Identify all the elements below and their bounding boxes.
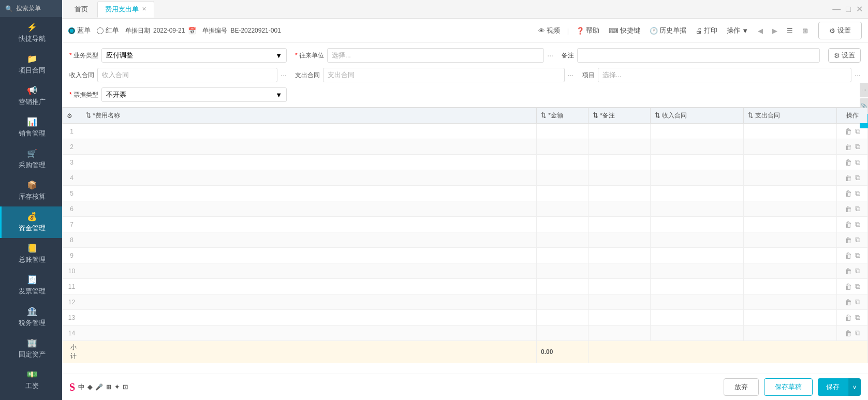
expense-contract-input[interactable]: 支出合同 [323, 68, 565, 82]
row-expense-name-2[interactable] [81, 139, 537, 155]
row-copy-14[interactable]: ⧉ [855, 329, 860, 337]
sidebar-item-project-contract[interactable]: 📁项目合同 [0, 49, 62, 80]
row-copy-5[interactable]: ⧉ [855, 189, 860, 198]
row-amount-13[interactable] [537, 310, 589, 325]
row-expense-contract-2[interactable] [744, 139, 837, 155]
save-main-btn[interactable]: 保存 [818, 378, 848, 396]
help-btn[interactable]: ❓ 帮助 [574, 25, 601, 36]
invoice-type-select[interactable]: 不开票 ▼ [101, 87, 287, 102]
row-expense-name-12[interactable] [81, 294, 537, 310]
row-amount-5[interactable] [537, 186, 589, 201]
row-income-contract-1[interactable] [651, 124, 744, 139]
row-copy-3[interactable]: ⧉ [855, 158, 860, 167]
row-expense-contract-3[interactable] [744, 155, 837, 170]
row-expense-name-4[interactable] [81, 170, 537, 186]
radio-blue-label[interactable]: 蓝单 [68, 26, 91, 35]
project-input[interactable]: 选择... [598, 68, 852, 82]
row-expense-name-3[interactable] [81, 155, 537, 170]
row-remark-12[interactable] [589, 294, 651, 310]
row-expense-name-11[interactable] [81, 279, 537, 294]
sidebar-item-payroll[interactable]: 💵工资 [0, 364, 62, 396]
row-delete-13[interactable]: 🗑 [845, 314, 852, 322]
row-expense-contract-6[interactable] [744, 201, 837, 217]
row-amount-3[interactable] [537, 155, 589, 170]
remark-input[interactable] [577, 48, 820, 63]
income-contract-input[interactable]: 收入合同 [97, 68, 277, 82]
project-more-btn[interactable]: ··· [855, 71, 861, 79]
row-delete-14[interactable]: 🗑 [845, 329, 852, 337]
sort-icon-remark[interactable]: ⇅ [593, 111, 598, 119]
row-expense-name-10[interactable] [81, 263, 537, 279]
row-expense-contract-8[interactable] [744, 232, 837, 248]
biz-type-select[interactable]: 应付调整 ▼ [101, 48, 287, 63]
row-expense-name-7[interactable] [81, 217, 537, 232]
row-copy-2[interactable]: ⧉ [855, 142, 860, 151]
print-btn[interactable]: 🖨 打印 [694, 25, 719, 36]
row-expense-contract-12[interactable] [744, 294, 837, 310]
row-income-contract-5[interactable] [651, 186, 744, 201]
row-expense-name-8[interactable] [81, 232, 537, 248]
row-copy-8[interactable]: ⧉ [855, 235, 860, 244]
row-remark-1[interactable] [589, 124, 651, 139]
radio-red[interactable] [97, 27, 104, 34]
row-amount-1[interactable] [537, 124, 589, 139]
row-expense-contract-9[interactable] [744, 248, 837, 263]
sidebar-item-fixed-assets[interactable]: 🏢固定资产 [0, 333, 62, 364]
row-delete-12[interactable]: 🗑 [845, 298, 852, 306]
row-delete-11[interactable]: 🗑 [845, 283, 852, 291]
col-settings[interactable]: ⚙ [63, 108, 81, 124]
row-amount-12[interactable] [537, 294, 589, 310]
row-amount-11[interactable] [537, 279, 589, 294]
row-remark-13[interactable] [589, 310, 651, 325]
row-remark-2[interactable] [589, 139, 651, 155]
sidebar-item-fund-mgmt[interactable]: 💰资金管理 [0, 206, 62, 238]
nav-prev-btn[interactable]: ◀ [756, 26, 765, 36]
row-remark-10[interactable] [589, 263, 651, 279]
row-expense-contract-1[interactable] [744, 124, 837, 139]
row-delete-2[interactable]: 🗑 [845, 143, 852, 151]
row-remark-6[interactable] [589, 201, 651, 217]
row-expense-contract-10[interactable] [744, 263, 837, 279]
radio-blue[interactable] [68, 27, 75, 34]
row-delete-7[interactable]: 🗑 [845, 220, 852, 229]
row-expense-name-1[interactable] [81, 124, 537, 139]
row-income-contract-10[interactable] [651, 263, 744, 279]
row-income-contract-9[interactable] [651, 248, 744, 263]
row-remark-4[interactable] [589, 170, 651, 186]
row-remark-5[interactable] [589, 186, 651, 201]
row-expense-name-6[interactable] [81, 201, 537, 217]
row-amount-7[interactable] [537, 217, 589, 232]
row-expense-contract-11[interactable] [744, 279, 837, 294]
row-copy-1[interactable]: ⧉ [855, 127, 860, 136]
settings-btn[interactable]: ⚙ 设置 [818, 22, 862, 39]
row-income-contract-4[interactable] [651, 170, 744, 186]
view-list-btn[interactable]: ☰ [785, 26, 795, 36]
row-copy-10[interactable]: ⧉ [855, 266, 860, 275]
discard-btn[interactable]: 放弃 [724, 378, 759, 396]
row-delete-8[interactable]: 🗑 [845, 236, 852, 244]
row-expense-name-13[interactable] [81, 310, 537, 325]
sort-icon[interactable]: ⇅ [85, 111, 91, 119]
radio-red-label[interactable]: 红单 [97, 26, 119, 35]
row-remark-11[interactable] [589, 279, 651, 294]
row-income-contract-11[interactable] [651, 279, 744, 294]
row-copy-7[interactable]: ⧉ [855, 220, 860, 229]
row-copy-12[interactable]: ⧉ [855, 298, 860, 306]
row-expense-contract-7[interactable] [744, 217, 837, 232]
calendar-icon[interactable]: 📅 [188, 27, 196, 35]
sidebar-item-invoice-mgmt[interactable]: 🧾发票管理 [0, 270, 62, 301]
sidebar-item-sales-mgmt[interactable]: 📊销售管理 [0, 112, 62, 143]
row-copy-6[interactable]: ⧉ [855, 204, 860, 213]
row-expense-name-5[interactable] [81, 186, 537, 201]
sidebar-item-tax-mgmt[interactable]: 🏦税务管理 [0, 301, 62, 333]
sidebar-search[interactable]: 🔍 搜索菜单 [0, 0, 62, 17]
settings-top-btn[interactable]: ⚙ 设置 [828, 48, 861, 63]
expense-contract-more-btn[interactable]: ··· [568, 71, 574, 79]
edge-tab-1[interactable]: ⋮ [860, 83, 868, 97]
row-expense-contract-5[interactable] [744, 186, 837, 201]
row-amount-10[interactable] [537, 263, 589, 279]
sort-icon-income[interactable]: ⇅ [655, 111, 660, 119]
sidebar-item-inventory[interactable]: 📦库存核算 [0, 175, 62, 206]
row-amount-6[interactable] [537, 201, 589, 217]
shortcut-btn[interactable]: ⌨ 快捷键 [607, 25, 642, 36]
